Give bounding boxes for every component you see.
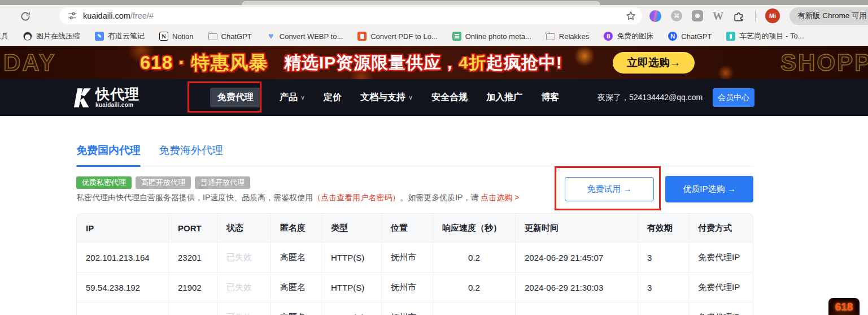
- address-bar[interactable]: kuaidaili.com/free/#: [59, 7, 642, 24]
- bookmark-icon: [452, 32, 461, 41]
- logo-text: 快代理: [95, 87, 139, 101]
- col-anonymity: 匿名度: [271, 213, 322, 243]
- nav-item-blog[interactable]: 博客: [541, 92, 559, 103]
- logo-subtext: kuaidaili.com: [95, 102, 139, 108]
- member-center-button[interactable]: 会员中心: [713, 88, 754, 107]
- cell-location: 抚州市: [382, 273, 433, 303]
- cell-anonymity: 高匿名: [271, 243, 322, 273]
- brain-extension-icon[interactable]: [649, 10, 661, 22]
- bookmark-icon: [23, 32, 32, 41]
- cell-updated: 2024-06-29 21:45:07: [516, 243, 638, 273]
- nav-item-docs-support[interactable]: 文档与支持: [360, 92, 413, 103]
- promo-banner[interactable]: DAY 618 · 特惠风暴 精选IP资源限量供应，4折起疯抢中! 立即选购→ …: [0, 46, 868, 79]
- table-row: 59.54.238.192 21902 已失效 高匿名 HTTP(S) 抚州市 …: [76, 273, 753, 303]
- table-row: 182.106.136.228 21971 已失效 高匿名 HTTP(S) 抚州…: [76, 303, 753, 315]
- cell-port: 21971: [169, 303, 217, 315]
- toolbar-divider: [755, 11, 756, 21]
- bookmark-item[interactable]: 8 免费的图床: [604, 31, 653, 41]
- bookmark-item[interactable]: Relakkes: [546, 32, 589, 41]
- toolbar-extensions: ⌘ W Mi 有新版 Chrome 可用 ⋮: [649, 5, 868, 27]
- cell-validity: 3: [638, 243, 689, 273]
- site-navbar: 快代理 kuaidaili.com 免费代理 产品 定价 文档与支持 安全合规 …: [0, 79, 868, 116]
- bookmark-label: 有道云笔记: [108, 31, 145, 41]
- cell-updated: 2024-06-29 21:15:05: [516, 303, 638, 315]
- bookmark-label: Convert PDF to Lo...: [370, 32, 438, 41]
- camera-extension-icon[interactable]: [692, 10, 703, 21]
- col-port: PORT: [169, 213, 217, 243]
- cell-payment: 免费代理IP: [689, 273, 753, 303]
- cell-port: 21902: [169, 273, 217, 303]
- bookmark-icon: N: [668, 32, 677, 41]
- bookmark-item[interactable]: Convert PDF to Lo...: [357, 32, 438, 41]
- premium-ip-button[interactable]: 优质IP选购 →: [665, 176, 753, 202]
- bookmark-icon: 8: [604, 32, 613, 41]
- bookmark-label: Relakkes: [559, 32, 589, 41]
- reload-button[interactable]: [19, 10, 32, 23]
- col-location: 位置: [382, 213, 433, 243]
- proxy-description: 私密代理由快代理自营服务器提供，IP速度快、品质高，需鉴权使用（点击查看用户名密…: [76, 193, 519, 203]
- proxy-type-chip[interactable]: 普通开放代理: [195, 176, 250, 189]
- bookmark-item[interactable]: 有道云笔记: [95, 31, 145, 41]
- banner-cta-button[interactable]: 立即选购→: [613, 52, 695, 74]
- cell-type: HTTP(S): [322, 243, 382, 273]
- tab-overseas-free-proxy[interactable]: 免费海外代理: [159, 143, 223, 166]
- proxy-type-chip[interactable]: 高匿开放代理: [136, 176, 191, 189]
- cell-speed: 0.2: [433, 243, 516, 273]
- site-logo[interactable]: 快代理 kuaidaili.com: [74, 87, 139, 108]
- cell-ip: 182.106.136.228: [76, 303, 169, 315]
- col-speed: 响应速度（秒）: [433, 213, 516, 243]
- cell-status: 已失效: [217, 303, 271, 315]
- promo-618-widget[interactable]: 618: [828, 298, 860, 315]
- proxy-type-chip[interactable]: 优质私密代理: [76, 176, 132, 189]
- chrome-update-button[interactable]: 有新版 Chrome 可用 ⋮: [790, 7, 868, 25]
- table-header-row: IP PORT 状态 匿名度 类型 位置 响应速度（秒） 更新时间 有效期 付费…: [76, 213, 753, 243]
- nav-item-affiliate[interactable]: 加入推广: [486, 92, 522, 103]
- proxy-type-chips: 优质私密代理 高匿开放代理 普通开放代理: [76, 176, 250, 189]
- bookmark-icon: [95, 32, 104, 41]
- nav-item-compliance[interactable]: 安全合规: [431, 92, 468, 103]
- cell-type: HTTP(S): [322, 303, 382, 315]
- cell-payment: 免费代理IP: [689, 303, 753, 315]
- proxy-table: IP PORT 状态 匿名度 类型 位置 响应速度（秒） 更新时间 有效期 付费…: [76, 213, 753, 315]
- buy-more-link[interactable]: 点击选购 >: [481, 193, 519, 202]
- cell-ip: 202.101.213.164: [76, 243, 169, 273]
- cell-status: 已失效: [217, 243, 271, 273]
- bookmark-item[interactable]: 工具: [0, 31, 8, 41]
- browser-tab-strip: [0, 0, 868, 5]
- site-settings-icon[interactable]: [67, 11, 77, 21]
- col-ip: IP: [76, 213, 169, 243]
- bookmark-item[interactable]: N Notion: [159, 32, 194, 41]
- col-type: 类型: [322, 213, 382, 243]
- url-path: /free/#: [130, 11, 154, 20]
- bookmark-item[interactable]: 车艺尚的项目 - To...: [726, 31, 804, 41]
- url-domain: kuaidaili.com: [83, 11, 130, 20]
- command-extension-icon[interactable]: ⌘: [671, 10, 682, 21]
- url-text[interactable]: kuaidaili.com/free/#: [83, 11, 625, 20]
- bookmark-item[interactable]: ♥ Convert WEBP to...: [267, 32, 343, 41]
- bookmark-label: Convert WEBP to...: [280, 32, 343, 41]
- nav-item-products[interactable]: 产品: [280, 92, 305, 103]
- cell-payment: 免费代理IP: [689, 243, 753, 273]
- bookmark-item[interactable]: 图片在线压缩: [23, 31, 80, 41]
- cell-status: 已失效: [217, 273, 271, 303]
- extensions-puzzle-icon[interactable]: [733, 10, 745, 22]
- nav-item-free-proxy[interactable]: 免费代理: [210, 88, 261, 107]
- bookmark-star-icon[interactable]: [625, 10, 636, 21]
- view-credentials-link[interactable]: （点击查看用户名密码）: [313, 193, 400, 202]
- free-trial-button[interactable]: 免费试用 →: [565, 177, 654, 201]
- tab-domestic-free-proxy[interactable]: 免费国内代理: [76, 143, 141, 166]
- bookmarks-bar: 工具 图片在线压缩 有道云笔记 N Notion ChatGPT ♥ Conve…: [0, 27, 868, 46]
- bookmark-label: 免费的图床: [617, 31, 653, 41]
- bookmark-item[interactable]: N ChatGPT: [668, 32, 712, 41]
- bookmark-item[interactable]: Online photo meta...: [452, 32, 531, 41]
- browser-active-tab[interactable]: [242, 1, 600, 5]
- cell-location: 抚州市: [382, 243, 433, 273]
- wikipedia-extension-icon[interactable]: W: [713, 11, 723, 21]
- chrome-update-label: 有新版 Chrome 可用: [797, 11, 867, 21]
- bookmark-icon: [357, 32, 367, 41]
- nav-item-pricing[interactable]: 定价: [324, 92, 342, 103]
- bookmark-label: ChatGPT: [681, 32, 712, 41]
- cell-location: 抚州市: [382, 303, 433, 315]
- profile-avatar[interactable]: Mi: [765, 8, 780, 23]
- bookmark-item[interactable]: ChatGPT: [208, 32, 252, 41]
